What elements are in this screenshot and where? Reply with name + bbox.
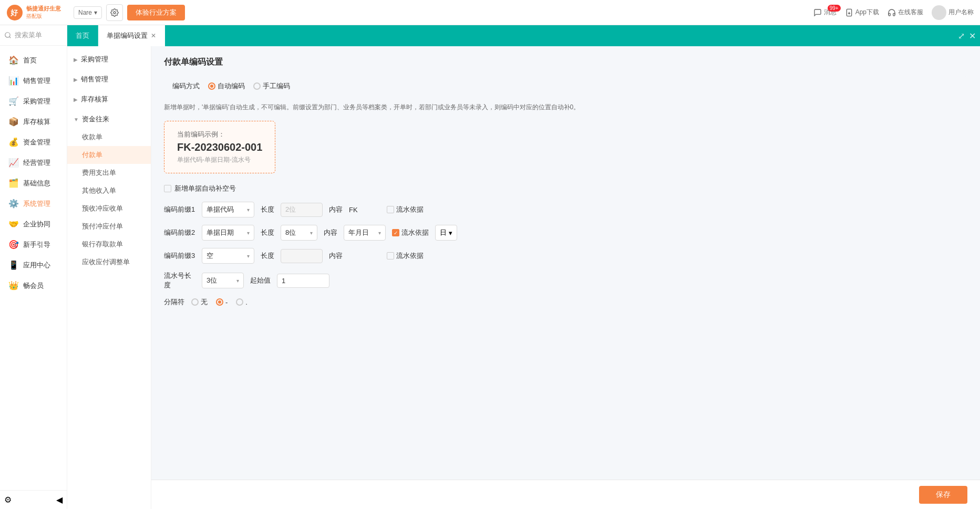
sidebar-item-label: 经营管理 xyxy=(23,158,50,168)
purchase-icon: 🛒 xyxy=(8,96,19,106)
sub-sidebar-sales-title[interactable]: ▶ 销售管理 xyxy=(67,70,151,88)
sidebar-item-sales[interactable]: 📊 销售管理 xyxy=(0,70,67,91)
prefix3-len-input[interactable] xyxy=(281,249,323,263)
manual-encode-label: 手工编码 xyxy=(263,81,290,91)
message-icon xyxy=(813,8,822,17)
trial-btn[interactable]: 体验行业方案 xyxy=(127,5,185,20)
radio-manual-encode[interactable]: 手工编码 xyxy=(253,81,290,91)
prefix1-len-input[interactable] xyxy=(281,203,323,217)
sidebar-item-label: 新手引导 xyxy=(23,240,50,250)
svg-point-2 xyxy=(114,12,116,14)
apps-icon: 📱 xyxy=(8,260,19,270)
sub-sidebar-group-capital: ▼ 资金往来 收款单 付款单 费用支出单 其他收入单 预收冲应收单 预付冲应付单… xyxy=(67,110,151,271)
tab-close-all-btn[interactable]: ✕ xyxy=(969,31,976,41)
tab-home[interactable]: 首页 xyxy=(67,25,98,46)
sidebar-item-purchase[interactable]: 🛒 采购管理 xyxy=(0,91,67,111)
prefix2-serial-checkbox[interactable]: ✓ xyxy=(392,229,399,236)
sidebar-item-finance[interactable]: 💰 资金管理 xyxy=(0,132,67,152)
messages-btn[interactable]: 消息 99+ xyxy=(813,8,837,17)
sub-sidebar-payment[interactable]: 付款单 xyxy=(67,146,151,164)
sub-sidebar-adjust[interactable]: 应收应付调整单 xyxy=(67,253,151,271)
online-service-btn[interactable]: 在线客服 xyxy=(888,8,923,17)
prefix3-content-label: 内容 xyxy=(329,251,343,261)
sidebar-item-operations[interactable]: 📈 经营管理 xyxy=(0,152,67,173)
collapse-sidebar-btn[interactable]: ◀ xyxy=(56,495,63,505)
operations-icon: 📈 xyxy=(8,158,19,168)
prefix1-label: 编码前缀1 xyxy=(164,205,195,214)
sidebar-item-newguide[interactable]: 🎯 新手引导 xyxy=(0,234,67,255)
sep-dash-label: - xyxy=(225,298,228,306)
sidebar-item-apps[interactable]: 📱 应用中心 xyxy=(0,255,67,275)
start-value-input[interactable] xyxy=(277,274,329,288)
prefix1-content-label: 内容 xyxy=(329,205,343,214)
app-download-btn[interactable]: App下载 xyxy=(845,8,879,17)
sidebar-item-cooperation[interactable]: 🤝 企业协同 xyxy=(0,214,67,234)
sidebar-item-system[interactable]: ⚙️ 系统管理 xyxy=(0,193,67,214)
logo-text: 畅捷通好生意 搭配版 xyxy=(26,5,61,20)
prefix2-day-select[interactable]: 日 ▾ xyxy=(435,225,457,241)
sub-sidebar-purchase-title[interactable]: ▶ 采购管理 xyxy=(67,50,151,68)
sidebar-item-label: 销售管理 xyxy=(23,76,50,86)
sub-sidebar-capital-title[interactable]: ▼ 资金往来 xyxy=(67,110,151,128)
auto-encode-label: 自动编码 xyxy=(218,81,245,91)
sub-sidebar-prepay-collect[interactable]: 预收冲应收单 xyxy=(67,200,151,217)
newguide-icon: 🎯 xyxy=(8,240,19,250)
search-menu-label: 搜索菜单 xyxy=(15,30,42,40)
separator-dash[interactable]: - xyxy=(216,298,228,306)
sidebar-item-label: 首页 xyxy=(23,56,37,65)
config-row-prefix3: 编码前缀3 空 ▾ 长度 内容 流水依据 xyxy=(164,248,967,264)
sidebar-item-inventory[interactable]: 📦 库存核算 xyxy=(0,111,67,132)
inventory-icon: 📦 xyxy=(8,117,19,127)
prefix1-serial-checkbox[interactable] xyxy=(387,206,394,213)
tab-maximize-btn[interactable]: ⤢ xyxy=(958,31,965,41)
download-icon xyxy=(845,8,853,17)
sidebar: 搜索菜单 🏠 首页 📊 销售管理 🛒 采购管理 📦 库存核算 💰 资金 xyxy=(0,25,67,509)
tab-close-btn[interactable]: ✕ xyxy=(151,32,156,39)
prefix2-content-select[interactable]: 年月日 ▾ xyxy=(344,225,386,241)
tab-encoding-settings[interactable]: 单据编码设置 ✕ xyxy=(98,25,165,46)
headset-icon xyxy=(888,8,896,17)
prefix2-len-select[interactable]: 8位 ▾ xyxy=(281,225,317,241)
user-profile[interactable]: 用户名称 xyxy=(932,5,974,20)
manual-encode-radio[interactable] xyxy=(253,82,261,90)
sidebar-item-vip[interactable]: 👑 畅会员 xyxy=(0,275,67,296)
content-area: 首页 单据编码设置 ✕ ⤢ ✕ ▶ 采购管理 xyxy=(67,25,980,509)
prefix2-len-label: 长度 xyxy=(261,228,274,237)
vip-icon: 👑 xyxy=(8,281,19,290)
prefix2-select[interactable]: 单据日期 ▾ xyxy=(202,225,254,241)
sidebar-item-basicinfo[interactable]: 🗂️ 基础信息 xyxy=(0,173,67,193)
sep-none-label: 无 xyxy=(201,297,208,307)
chevron-down-icon: ▼ xyxy=(74,117,79,122)
serial-len-select[interactable]: 3位 ▾ xyxy=(202,273,244,288)
prefix2-serial-label: 流水依据 xyxy=(401,228,429,237)
sub-sidebar-prepay-pay[interactable]: 预付冲应付单 xyxy=(67,217,151,235)
sub-sidebar-inventory-title[interactable]: ▶ 库存核算 xyxy=(67,90,151,108)
company-dropdown[interactable]: Nare ▾ xyxy=(74,6,102,19)
prefix3-select[interactable]: 空 ▾ xyxy=(202,248,254,264)
settings-gear-btn[interactable] xyxy=(106,4,123,21)
prefix2-value: 单据日期 xyxy=(207,228,234,237)
prefix1-select[interactable]: 单据代码 ▾ xyxy=(202,202,254,217)
sub-sidebar-bank-deposit[interactable]: 银行存取款单 xyxy=(67,235,151,253)
sub-sidebar-receipt[interactable]: 收款单 xyxy=(67,128,151,146)
sidebar-item-home[interactable]: 🏠 首页 xyxy=(0,50,67,70)
separator-none[interactable]: 无 xyxy=(191,297,208,307)
auto-fill-checkbox[interactable] xyxy=(164,185,171,192)
separator-label: 分隔符 xyxy=(164,297,185,307)
radio-auto-encode[interactable]: 自动编码 xyxy=(208,81,245,91)
tab-bar-actions: ⤢ ✕ xyxy=(954,25,980,46)
sub-sidebar-expense[interactable]: 费用支出单 xyxy=(67,164,151,182)
sep-dash-radio[interactable] xyxy=(216,298,223,306)
settings-bottom-icon[interactable]: ⚙ xyxy=(4,495,12,505)
sep-dot-radio[interactable] xyxy=(236,298,243,306)
save-button[interactable]: 保存 xyxy=(919,486,967,504)
sub-sidebar-other-income[interactable]: 其他收入单 xyxy=(67,182,151,200)
prefix3-serial-checkbox[interactable] xyxy=(387,252,394,259)
sep-none-radio[interactable] xyxy=(191,298,199,306)
prefix2-serial-check: ✓ 流水依据 xyxy=(392,228,429,237)
auto-encode-radio[interactable] xyxy=(208,82,215,90)
basicinfo-icon: 🗂️ xyxy=(8,178,19,188)
serial-len-label: 流水号长度 xyxy=(164,271,195,290)
sidebar-search[interactable]: 搜索菜单 xyxy=(0,25,67,46)
separator-dot[interactable]: . xyxy=(236,298,247,306)
